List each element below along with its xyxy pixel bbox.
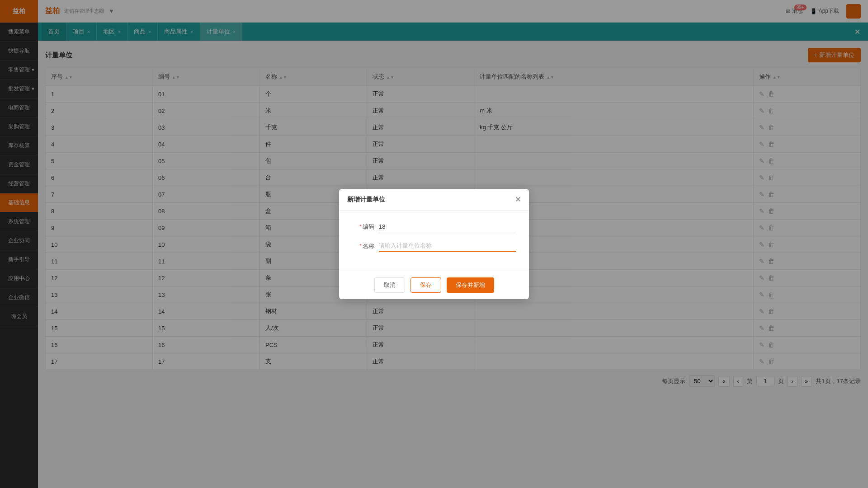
name-input[interactable] xyxy=(379,240,516,252)
modal-title: 新增计量单位 xyxy=(347,196,385,204)
code-input[interactable] xyxy=(379,221,516,232)
save-button[interactable]: 保存 xyxy=(410,277,441,293)
save-continue-button[interactable]: 保存并新增 xyxy=(447,277,494,293)
form-row-code: 编码 xyxy=(352,221,516,232)
code-label: 编码 xyxy=(352,223,379,231)
add-unit-modal: 新增计量单位 ✕ 编码 名称 取消 保存 保存并新增 xyxy=(339,189,529,299)
modal-body: 编码 名称 xyxy=(339,211,529,271)
modal-close-button[interactable]: ✕ xyxy=(515,195,521,204)
modal-overlay[interactable]: 新增计量单位 ✕ 编码 名称 取消 保存 保存并新增 xyxy=(0,0,868,488)
name-label: 名称 xyxy=(352,242,379,250)
modal-footer: 取消 保存 保存并新增 xyxy=(339,271,529,299)
form-row-name: 名称 xyxy=(352,240,516,252)
modal-header: 新增计量单位 ✕ xyxy=(339,189,529,211)
cancel-button[interactable]: 取消 xyxy=(374,277,405,293)
